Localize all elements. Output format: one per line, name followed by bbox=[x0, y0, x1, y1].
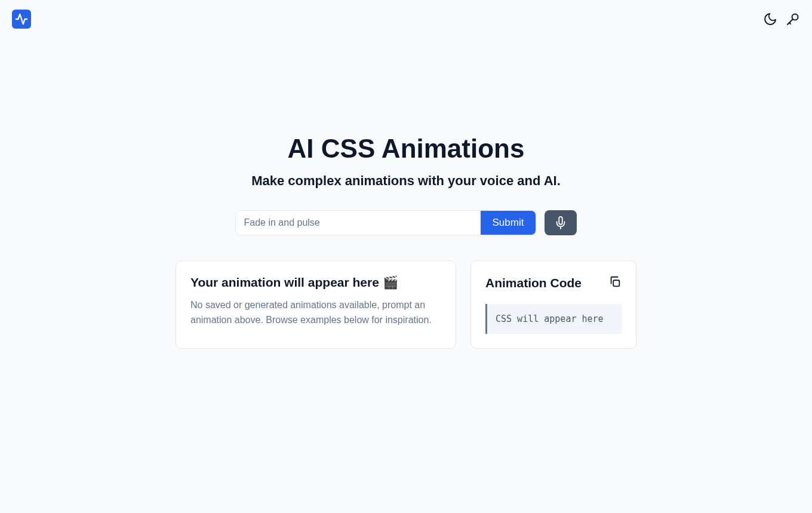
code-card-title: Animation Code bbox=[485, 276, 582, 290]
theme-toggle-button[interactable] bbox=[763, 12, 777, 26]
page-title: AI CSS Animations bbox=[288, 134, 525, 164]
key-icon bbox=[786, 12, 800, 26]
animation-preview-card: Your animation will appear here 🎬 No sav… bbox=[176, 260, 456, 349]
prompt-form: Submit bbox=[235, 210, 577, 235]
animation-code-card: Animation Code CSS will appear here bbox=[470, 260, 636, 349]
app-logo[interactable] bbox=[12, 10, 31, 29]
copy-code-button[interactable] bbox=[608, 275, 622, 291]
api-key-button[interactable] bbox=[786, 12, 800, 26]
moon-icon bbox=[763, 12, 777, 26]
microphone-icon bbox=[554, 216, 567, 229]
preview-card-title: Your animation will appear here 🎬 bbox=[190, 275, 441, 290]
preview-card-description: No saved or generated animations availab… bbox=[190, 298, 441, 328]
copy-icon bbox=[608, 275, 622, 288]
activity-icon bbox=[15, 13, 28, 26]
prompt-input[interactable] bbox=[236, 211, 481, 235]
code-output: CSS will appear here bbox=[485, 304, 622, 334]
voice-input-button[interactable] bbox=[545, 210, 577, 235]
submit-button[interactable]: Submit bbox=[481, 211, 536, 235]
svg-rect-2 bbox=[613, 280, 619, 286]
prompt-input-group: Submit bbox=[235, 210, 537, 235]
page-subtitle: Make complex animations with your voice … bbox=[251, 173, 561, 189]
